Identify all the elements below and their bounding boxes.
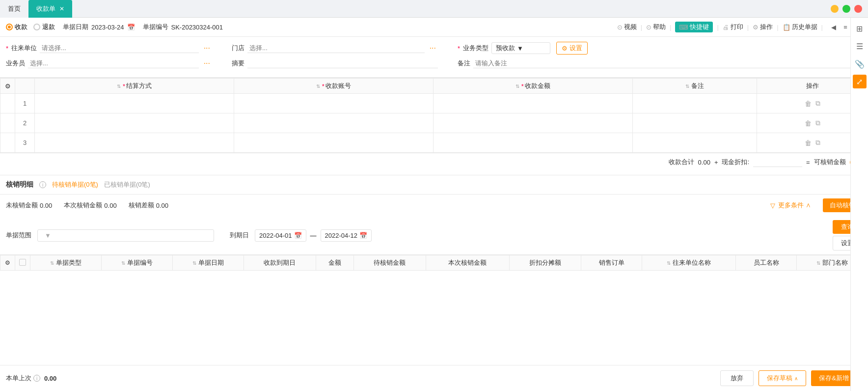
sidebar-attachment-icon[interactable]: 📎 [853,57,867,71]
col-current-amount: 本次核销金额 [426,255,509,271]
verification-section: 核销明细 i 待核销单据(0笔) 已核销单据(0笔) 未核销金额 0.00 本次… [0,175,868,271]
counterpart-input[interactable] [40,43,199,53]
history-link[interactable]: 📋 历史单据 [783,23,817,31]
section-title: 核销明细 [6,180,33,189]
delete-icon[interactable]: 🗑 [805,100,812,108]
date-from-field[interactable]: 2022-04-01 📅 [255,229,306,242]
tab-bar: 首页 收款单 ✕ [0,0,868,18]
pending-tab[interactable]: 待核销单据(0笔) [52,180,98,189]
col-num [15,79,35,94]
draft-chevron-icon: ∧ [794,376,798,381]
receipt-refund-radio: 收款 退款 [6,23,55,31]
help-link[interactable]: ⊙ 帮助 [646,23,666,31]
date-value: 2023-03-24 [91,24,124,31]
staff-more-button[interactable]: ··· [202,59,212,68]
col-due-date: 收款到期日 [244,255,316,271]
shortcut-link[interactable]: ⌨ 快捷键 [675,22,713,32]
counterpart-field: * 往来单位 ··· [6,43,212,53]
store-more-button[interactable]: ··· [428,44,438,53]
net-label: 可核销金额 [814,158,846,167]
video-icon: ⊙ [617,24,623,31]
discount-label: 现金折扣: [722,158,749,167]
window-minimize-button[interactable] [831,5,839,13]
counterpart-more-button[interactable]: ··· [202,44,212,53]
select-all-cell[interactable] [15,255,30,271]
form-row-1: * 往来单位 ··· 门店 ··· * 业务类型 预收款 ▼ [6,42,862,55]
save-draft-button[interactable]: 保存草稿 ∧ [759,370,806,386]
done-tab[interactable]: 已核销单据(0笔) [104,180,150,189]
abandon-button[interactable]: 放弃 [720,370,754,386]
refund-radio[interactable]: 退款 [33,23,55,31]
settings-button[interactable]: ⚙ 设置 [556,42,588,55]
diff-stat: 核销差额 0.00 [129,201,168,210]
sidebar-expand-icon[interactable]: ⤢ [853,75,867,88]
table-row: 3 🗑 ⧉ [0,133,868,153]
operations-link[interactable]: ⚙ 操作 [753,23,773,31]
col-pending-amount: 待核销金额 [353,255,426,271]
main-area: 收款 退款 单据日期 2023-03-24 📅 单据编号 SK-20230324… [0,18,868,391]
date-field: 单据日期 2023-03-24 📅 [63,23,135,31]
delete-icon[interactable]: 🗑 [805,119,812,127]
remark-input[interactable] [473,58,862,68]
table-settings-icon[interactable]: ⚙ [0,79,15,94]
print-link[interactable]: 🖨 打印 [723,23,743,31]
due-label: 到期日 [230,231,249,240]
calendar-icon: 📅 [294,232,302,239]
filter-icon: ▽ [770,202,775,209]
refund-radio-circle [33,24,40,30]
operations-icon: ⚙ [753,24,759,31]
copy-icon[interactable]: ⧉ [815,99,820,108]
filter-row: 单据范围 ▼ 到期日 2022-04-01 📅 — 2022-04-12 📅 查… [0,216,868,255]
info-icon[interactable]: i [39,181,46,188]
tab-close-icon[interactable]: ✕ [59,5,64,12]
number-value: SK-20230324-001 [171,24,223,31]
date-range: 2022-04-01 📅 — 2022-04-12 📅 [255,229,372,242]
receipt-radio[interactable]: 收款 [6,23,27,31]
footer-info-icon[interactable]: i [33,375,40,382]
summary-input[interactable] [247,58,438,68]
history-icon: 📋 [783,24,790,31]
unchecked-stat: 未核销金额 0.00 [6,201,52,210]
discount-input[interactable] [753,157,802,167]
store-field: 门店 ··· [232,43,438,53]
col-account: ⇅ * 收款账号 [234,79,433,94]
footer: 本单上次 i 0.00 放弃 保存草稿 ∧ 保存&新增 ∧ [0,365,868,391]
layout-prev-icon[interactable]: ◀ [829,22,839,32]
business-type-select[interactable]: 预收款 ▼ [491,42,550,54]
footer-actions: 放弃 保存草稿 ∧ 保存&新增 ∧ [720,370,862,386]
total-label: 收款合计 [669,158,694,167]
window-maximize-button[interactable] [842,5,850,13]
date-to-field[interactable]: 2022-04-12 📅 [321,229,372,242]
col-doc-type: ⇅ 单据类型 [30,255,102,271]
layout-list-icon[interactable]: ≡ [841,22,850,32]
gear-icon: ⚙ [562,45,568,52]
delete-icon[interactable]: 🗑 [805,139,812,147]
sidebar-table-icon[interactable]: ⊞ [853,22,867,35]
range-label: 单据范围 [6,231,31,240]
col-remark: ⇅ 备注 [632,79,757,94]
copy-icon[interactable]: ⧉ [815,119,820,127]
staff-input[interactable] [28,58,199,68]
sidebar-list-icon[interactable]: ☰ [853,39,867,53]
select-all-checkbox[interactable] [19,259,26,266]
verification-header: 核销明细 i 待核销单据(0笔) 已核销单据(0笔) [0,175,868,195]
receipt-radio-circle [6,24,13,30]
main-table-area: ⚙ ⇅ * 结算方式 ⇅ * 收款账号 [0,78,868,153]
current-stat: 本次核销金额 0.00 [64,201,116,210]
tab-home[interactable]: 首页 [0,0,28,18]
store-input[interactable] [247,43,425,53]
col-discount: 折扣分摊额 [509,255,581,271]
print-icon: 🖨 [723,24,729,31]
bottom-table-settings-icon[interactable]: ⚙ [0,255,15,271]
toolbar-actions: ⊙ 视频 | ⊙ 帮助 | ⌨ 快捷键 | 🖨 打印 | ⚙ 操作 [617,22,862,32]
col-employee: 员工名称 [736,255,797,271]
range-select[interactable]: ▼ [37,229,214,242]
chevron-down-icon: ▼ [45,232,51,239]
video-link[interactable]: ⊙ 视频 [617,23,637,31]
more-conditions-button[interactable]: ▽ 更多条件 ∧ [770,201,811,210]
calendar-icon[interactable]: 📅 [127,24,135,31]
tab-receipt[interactable]: 收款单 ✕ [28,0,72,18]
window-close-button[interactable] [854,5,862,13]
copy-icon[interactable]: ⧉ [815,139,820,147]
col-settlement: ⇅ * 结算方式 [35,79,234,94]
